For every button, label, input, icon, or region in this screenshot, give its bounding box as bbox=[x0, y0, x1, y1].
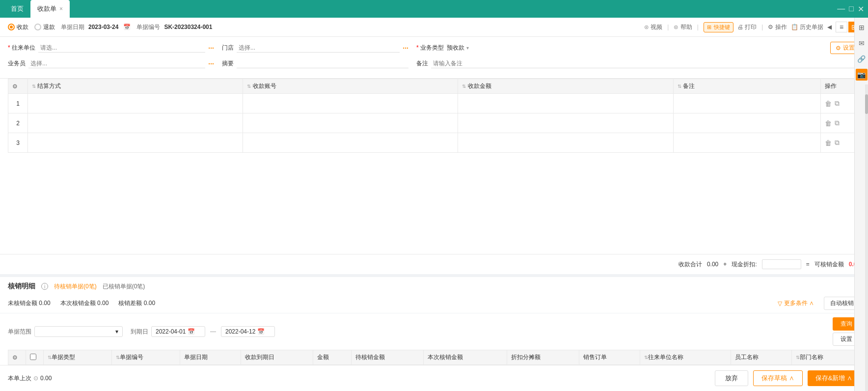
summary-total-value: 0.00 bbox=[707, 261, 718, 268]
scrollbar-track bbox=[865, 84, 868, 391]
minimize-btn[interactable]: — bbox=[837, 4, 845, 13]
row-1-amount[interactable] bbox=[458, 94, 673, 113]
row-2-account[interactable] bbox=[243, 113, 458, 133]
range-chevron-icon: ▾ bbox=[115, 328, 118, 335]
save-draft-btn[interactable]: 保存草稿 ∧ bbox=[753, 370, 803, 386]
range-select[interactable]: ▾ bbox=[34, 326, 123, 337]
row-3-remarks[interactable] bbox=[673, 133, 820, 153]
sidebar-camera-btn[interactable]: 📷 bbox=[856, 69, 868, 81]
verify-section-title: 核销明细 bbox=[8, 282, 35, 291]
video-btn[interactable]: ⊙ 视频 bbox=[644, 23, 662, 31]
radio-refund[interactable]: 退款 bbox=[34, 23, 55, 31]
summary-input[interactable] bbox=[237, 59, 408, 68]
summary-equals: = bbox=[806, 261, 810, 268]
stats-row: 未核销金额 0.00 本次核销金额 0.00 核销差额 0.00 ▽ 更多条件 … bbox=[0, 294, 868, 313]
close-btn[interactable]: ✕ bbox=[858, 4, 864, 14]
current-value: 0.00 bbox=[97, 300, 108, 307]
tab-home[interactable]: 首页 bbox=[4, 0, 30, 18]
row-3-account[interactable] bbox=[243, 133, 458, 153]
remarks-input[interactable] bbox=[431, 59, 860, 68]
row-3-settle[interactable] bbox=[28, 133, 243, 153]
row-3-amount[interactable] bbox=[458, 133, 673, 153]
sidebar-mail-btn[interactable]: ✉ bbox=[856, 37, 868, 49]
staff-input[interactable] bbox=[28, 59, 205, 68]
counterpart-more-btn[interactable]: ··· bbox=[208, 44, 214, 52]
row-1-delete-icon[interactable]: 🗑 bbox=[825, 100, 832, 108]
row-1-settle[interactable] bbox=[28, 94, 243, 113]
calendar-icon[interactable]: 📅 bbox=[123, 24, 131, 30]
th-amount: ⇅ 收款金额 bbox=[458, 79, 673, 94]
pending-tab[interactable]: 待核销单据(0笔) bbox=[54, 282, 97, 291]
row-1-num: 1 bbox=[8, 94, 28, 113]
more-filter-btn[interactable]: ▽ 更多条件 ∧ bbox=[778, 299, 814, 307]
footer-value: 0.00 bbox=[40, 375, 52, 382]
tab-receipt[interactable]: 收款单 × bbox=[30, 0, 70, 18]
filter-row: 单据范围 ▾ 到期日 2022-04-01 📅 — 2022-04-12 📅 查… bbox=[0, 313, 868, 350]
table-row: 3 🗑 ⧉ bbox=[8, 133, 860, 153]
detail-table-wrapper: ⚙ ⇅单据类型 ⇅单据编号 单据日期 收款到期日 金额 待核销金额 本次 bbox=[0, 350, 868, 365]
radio-receipt[interactable]: 收款 bbox=[8, 23, 28, 31]
save-new-btn[interactable]: 保存&新增 ∧ bbox=[808, 370, 860, 386]
summary-discount-input[interactable] bbox=[762, 259, 801, 269]
scrollbar-thumb[interactable] bbox=[865, 94, 868, 114]
row-1-copy-icon[interactable]: ⧉ bbox=[835, 99, 840, 108]
table-body: 1 🗑 ⧉ 2 bbox=[8, 94, 860, 153]
th-settle-label: 结算方式 bbox=[37, 83, 61, 89]
detail-table: ⚙ ⇅单据类型 ⇅单据编号 单据日期 收款到期日 金额 待核销金额 本次 bbox=[8, 350, 860, 365]
toolbar-right: ⊙ 视频 | ⊙ 帮助 | ⊞ 快捷键 🖨 打印 | ⚙ 操作 📋 历史单据 ◀… bbox=[644, 22, 860, 32]
toolbar: 收款 退款 单据日期 2023-03-24 📅 单据编号 SK-20230324… bbox=[0, 18, 868, 37]
form-row-1: 往来单位 ··· 门店 ··· 业务类型 预收款 ▾ ⚙ 设置 bbox=[8, 42, 860, 54]
row-2-settle[interactable] bbox=[28, 113, 243, 133]
row-2-delete-icon[interactable]: 🗑 bbox=[825, 119, 832, 127]
prev-btn[interactable]: ◀ bbox=[827, 24, 832, 30]
row-3-copy-icon[interactable]: ⧉ bbox=[835, 139, 840, 147]
row-2-amount[interactable] bbox=[458, 113, 673, 133]
tab-close-icon[interactable]: × bbox=[59, 5, 63, 12]
store-input[interactable] bbox=[237, 43, 400, 53]
summary-total-label: 收款合计 bbox=[678, 260, 702, 269]
row-2-remarks[interactable] bbox=[673, 113, 820, 133]
date-to-picker[interactable]: 2022-04-12 📅 bbox=[221, 326, 275, 337]
help-btn[interactable]: ⊙ 帮助 bbox=[674, 23, 692, 31]
store-more-btn[interactable]: ··· bbox=[403, 44, 408, 52]
operations-btn[interactable]: ⚙ 操作 bbox=[768, 23, 787, 31]
done-tab[interactable]: 已核销单据(0笔) bbox=[103, 282, 145, 291]
row-3-delete-icon[interactable]: 🗑 bbox=[825, 139, 832, 147]
row-1-account[interactable] bbox=[243, 94, 458, 113]
history-btn[interactable]: 📋 历史单据 bbox=[791, 23, 823, 31]
sidebar-link-btn[interactable]: 🔗 bbox=[856, 53, 868, 65]
footer-label: 本单上次 bbox=[8, 374, 31, 383]
shortcut-btn[interactable]: ⊞ 快捷键 bbox=[704, 22, 733, 32]
footer-info-icon[interactable]: ⊙ bbox=[33, 375, 38, 382]
print-btn[interactable]: 🖨 打印 bbox=[737, 23, 757, 31]
detail-gear-icon[interactable]: ⚙ bbox=[12, 354, 18, 361]
list-view-btn[interactable]: ≡ bbox=[836, 22, 847, 32]
table-row: 1 🗑 ⧉ bbox=[8, 94, 860, 113]
date-to-value: 2022-04-12 bbox=[225, 328, 255, 335]
staff-more-btn[interactable]: ··· bbox=[208, 60, 214, 68]
row-1-action-btns: 🗑 ⧉ bbox=[825, 99, 856, 108]
row-2-copy-icon[interactable]: ⧉ bbox=[835, 119, 840, 127]
verify-info-icon[interactable]: i bbox=[41, 283, 48, 290]
maximize-btn[interactable]: □ bbox=[849, 4, 854, 13]
receipt-table: ⚙ ⇅ 结算方式 ⇅ 收款账号 ⇅ 收款金额 ⇅ bbox=[8, 79, 860, 153]
radio-refund-circle bbox=[34, 24, 41, 30]
sidebar-table-btn[interactable]: ⊞ bbox=[856, 22, 868, 33]
discard-btn[interactable]: 放弃 bbox=[715, 370, 748, 386]
detail-th-current: 本次核销金额 bbox=[424, 350, 507, 365]
detail-check-all[interactable] bbox=[30, 354, 36, 360]
detail-header-row: ⚙ ⇅单据类型 ⇅单据编号 单据日期 收款到期日 金额 待核销金额 本次 bbox=[8, 350, 860, 365]
remarks-field: 备注 bbox=[416, 59, 860, 68]
date-from-picker[interactable]: 2022-04-01 📅 bbox=[151, 326, 205, 337]
row-1-remarks[interactable] bbox=[673, 94, 820, 113]
diff-label: 核销差额 bbox=[118, 300, 142, 307]
table-row: 2 🗑 ⧉ bbox=[8, 113, 860, 133]
store-field: 门店 ··· bbox=[222, 43, 408, 53]
th-account-label: 收款账号 bbox=[253, 83, 276, 89]
counterpart-input[interactable] bbox=[38, 43, 205, 53]
radio-receipt-label: 收款 bbox=[17, 23, 28, 31]
radio-refund-label: 退款 bbox=[43, 23, 55, 31]
footer-actions: 放弃 保存草稿 ∧ 保存&新增 ∧ bbox=[715, 370, 860, 386]
business-type-select[interactable]: 预收款 ▾ bbox=[447, 44, 827, 52]
table-gear-icon[interactable]: ⚙ bbox=[12, 83, 18, 90]
